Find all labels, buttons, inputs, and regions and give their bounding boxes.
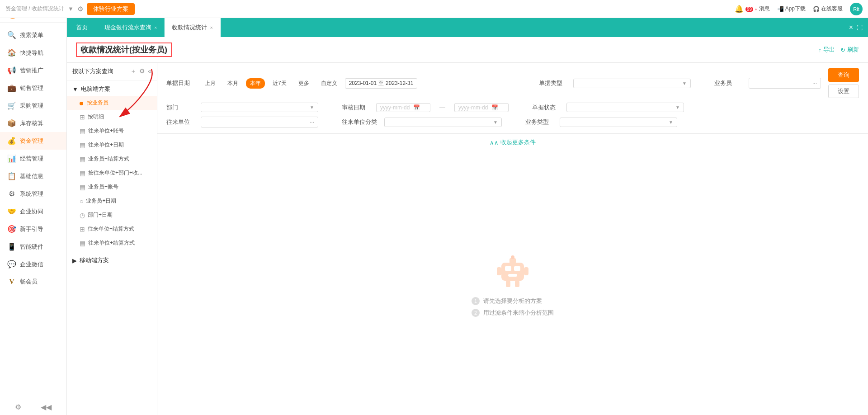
scheme-label: 业务员+结算方式 (88, 155, 129, 163)
sidebar-item-label: 企业微信 (20, 260, 43, 269)
left-panel: 按以下方案查询 ＋ ⚙ « ▼ 电脑端方案 按业务员 (67, 63, 157, 415)
top-bar: 资金管理 / 收款情况统计 ▼ ⚙ 体验行业方案 🔔 99 + 消息 📲 App… (0, 0, 868, 18)
scheme-item-vendor-account[interactable]: ▤ 往来单位+账号 (67, 124, 157, 138)
chevron-down2-icon: ▼ (310, 105, 314, 110)
sidebar-item-label: 畅会员 (20, 278, 38, 286)
svg-rect-9 (515, 281, 519, 287)
bell-icon: 🔔 (735, 5, 744, 13)
clipboard-icon: 📋 (7, 172, 16, 180)
date-shortcuts: 上月 本月 本年 近7天 更多 自定义 2023-01-01 至 2023-12… (201, 78, 515, 89)
add-scheme-btn[interactable]: ＋ (130, 67, 137, 75)
sidebar-item-label: 新手引导 (20, 225, 43, 233)
sidebar-item-membership[interactable]: V 畅会员 (0, 273, 66, 290)
settings-icon[interactable]: ⚙ (77, 5, 83, 13)
dept-select[interactable]: ▼ (201, 103, 318, 112)
this-year-btn[interactable]: 本年 (246, 78, 265, 89)
group-arrow: ▼ (72, 86, 78, 93)
sidebar-item-marketing[interactable]: 📢 营销推广 (0, 61, 66, 79)
scheme-item-by-detail[interactable]: ⊞ 按明细 (67, 110, 157, 124)
vendor-cat-select[interactable]: ▼ (384, 118, 502, 127)
tab-collection[interactable]: 收款情况统计 × (165, 18, 220, 37)
doc-status-label: 单据状态 (532, 104, 559, 112)
sidebar-item-label: 营销推广 (20, 66, 43, 75)
refresh-btn[interactable]: ↻ 刷新 (840, 46, 859, 54)
desktop-group-title[interactable]: ▼ 电脑端方案 (67, 82, 157, 96)
sidebar-collapse-icon[interactable]: ◀◀ (41, 403, 52, 411)
bank-flow-tab-close[interactable]: × (154, 25, 157, 30)
scheme-item-vendor-settlement1[interactable]: ⊞ 往来单位+结算方式 (67, 222, 157, 236)
vendor-cat-label: 往来单位分类 (342, 118, 377, 126)
grid-icon: ⊞ (80, 113, 85, 121)
scheme-label: 往来单位+日期 (88, 141, 124, 149)
notification-badge: 99 + (745, 6, 757, 12)
scheme-item-by-salesman[interactable]: 按业务员 (67, 96, 157, 110)
sidebar-item-quick-nav[interactable]: 🏠 快捷导航 (0, 44, 66, 61)
collection-tab-close[interactable]: × (210, 25, 212, 30)
audit-date-start[interactable]: yyyy-mm-dd 📅 (376, 103, 430, 112)
custom-btn[interactable]: 自定义 (317, 78, 341, 89)
sidebar-settings-icon[interactable]: ⚙ (15, 403, 21, 411)
collapse-panel-btn[interactable]: « (148, 67, 151, 75)
sidebar-item-label: 快捷导航 (20, 49, 43, 57)
doc-type-select[interactable]: ▼ (573, 79, 691, 88)
svg-rect-2 (514, 266, 520, 271)
audit-date-end[interactable]: yyyy-mm-dd 📅 (454, 103, 509, 112)
download-icon: 📲 (777, 6, 784, 12)
scheme-item-vendor-dept[interactable]: ▤ 按往来单位+部门+收... (67, 166, 157, 180)
avatar[interactable]: Rit (850, 3, 863, 15)
salesman-select[interactable]: ··· (749, 78, 821, 89)
empty-hints: 1 请先选择要分析的方案 2 用过滤条件来缩小分析范围 (472, 297, 554, 317)
tab-home[interactable]: 首页 (67, 18, 97, 37)
sidebar-item-wechat[interactable]: 💬 企业微信 (0, 255, 66, 273)
scheme-item-salesman-account[interactable]: ▤ 业务员+账号 (67, 180, 157, 194)
dropdown-icon[interactable]: ▼ (68, 5, 74, 12)
sidebar-item-corp[interactable]: 🤝 企业协同 (0, 203, 66, 220)
scheme-item-salesman-date[interactable]: ○ 业务员+日期 (67, 194, 157, 208)
this-month-btn[interactable]: 本月 (223, 78, 242, 89)
tab-expand-icon[interactable]: ⛶ (857, 24, 863, 31)
scheme-item-dept-date[interactable]: ◷ 部门+日期 (67, 208, 157, 222)
action-buttons: 查询 设置 (828, 68, 859, 98)
sidebar-item-system[interactable]: ⚙ 系统管理 (0, 185, 66, 203)
tab-close-all-icon[interactable]: × (849, 24, 853, 32)
sidebar-item-basic-info[interactable]: 📋 基础信息 (0, 167, 66, 185)
demo-btn[interactable]: 体验行业方案 (87, 3, 135, 15)
sidebar-item-purchase[interactable]: 🛒 采购管理 (0, 97, 66, 114)
online-service-btn[interactable]: 🎧 在线客服 (813, 5, 843, 13)
doc-status-select[interactable]: ▼ (566, 103, 684, 112)
right-panel: 单据日期 上月 本月 本年 近7天 更多 自定义 2023-01-01 至 20… (157, 63, 868, 415)
settings-btn[interactable]: 设置 (828, 85, 859, 98)
date-start: 2023-01-01 (349, 80, 377, 86)
mobile-group-title[interactable]: ▶ 移动端方案 (67, 254, 157, 267)
more-btn[interactable]: 更多 (294, 78, 313, 89)
sidebar-item-operations[interactable]: 📊 经营管理 (0, 150, 66, 167)
scheme-item-vendor-date[interactable]: ▤ 往来单位+日期 (67, 138, 157, 152)
date-range-input[interactable]: 2023-01-01 至 2023-12-31 (345, 78, 418, 89)
tab-bar-right: × ⛶ (849, 24, 868, 32)
app-download-btn[interactable]: 📲 App下载 (777, 5, 806, 13)
sidebar-item-inventory[interactable]: 📦 库存核算 (0, 114, 66, 132)
collapse-more-btn[interactable]: ∧∧ 收起更多条件 (157, 133, 868, 151)
sidebar-item-search-menu[interactable]: 🔍 搜索菜单 (0, 26, 66, 44)
collapse-up-icon: ∧∧ (490, 139, 499, 146)
notification-btn[interactable]: 🔔 99 + 消息 (735, 5, 770, 13)
export-btn[interactable]: ↑ 导出 (819, 46, 835, 54)
query-btn[interactable]: 查询 (828, 68, 859, 82)
scheme-item-salesman-payment[interactable]: ▦ 业务员+结算方式 (67, 152, 157, 166)
last-month-btn[interactable]: 上月 (201, 78, 220, 89)
sidebar-item-finance[interactable]: 💰 资金管理 (0, 132, 66, 150)
sidebar-item-sales[interactable]: 💼 销售管理 (0, 79, 66, 97)
last-7-days-btn[interactable]: 近7天 (269, 78, 291, 89)
sidebar-item-guide[interactable]: 🎯 新手引导 (0, 220, 66, 238)
breadcrumb: 资金管理 / 收款情况统计 (5, 5, 64, 13)
vendor-select[interactable]: ··· (201, 117, 318, 127)
tab-bank-flow[interactable]: 现金银行流水查询 × (97, 18, 165, 37)
sidebar-item-smart-hw[interactable]: 📱 智能硬件 (0, 238, 66, 255)
table4-icon: ▤ (80, 184, 85, 191)
top-bar-left: 资金管理 / 收款情况统计 ▼ ⚙ 体验行业方案 (5, 3, 135, 15)
biz-type-select[interactable]: ▼ (560, 118, 677, 127)
date-end: 2023-12-31 (386, 80, 413, 86)
scheme-settings-btn[interactable]: ⚙ (139, 67, 145, 75)
scheme-item-vendor-settlement2[interactable]: ▤ 往来单位+结算方式 (67, 236, 157, 250)
box-icon: 📦 (7, 119, 16, 127)
